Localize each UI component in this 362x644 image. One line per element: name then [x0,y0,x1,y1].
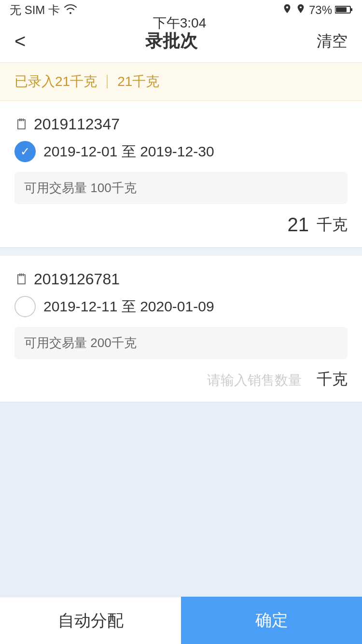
batch1-quantity-row: 21 千克 [0,204,362,248]
section-separator [0,248,362,256]
alarm-icon [295,3,306,17]
batch1-id: 2019112347 [34,115,120,133]
page-title: 录批次 [145,29,197,53]
batch2-header: 🗒 2019126781 [14,270,348,288]
svg-point-0 [300,6,302,8]
batch1-quantity-unit: 千克 [317,214,348,236]
batch-card-2: 🗒 2019126781 2019-12-11 至 2020-01-09 可用交… [0,256,362,359]
batch2-id: 2019126781 [34,270,120,288]
info-value: 21千克 [117,72,159,91]
bottom-bar: 自动分配 确定 [0,597,362,644]
empty-area [0,403,362,605]
batch1-check: ✓ [20,145,30,158]
battery-text: 73% [309,3,332,17]
batch1-date-row: ✓ 2019-12-01 至 2019-12-30 [14,141,348,162]
batch2-unit: 千克 [317,369,348,390]
info-divider [107,75,108,88]
batch2-date-row: 2019-12-11 至 2020-01-09 [14,296,348,317]
batch2-radio[interactable] [14,296,36,317]
batch1-icon: 🗒 [14,116,29,133]
carrier-text: 无 SIM 卡 [10,2,60,18]
batch1-date: 2019-12-01 至 2019-12-30 [43,142,214,162]
batch1-quantity-value: 21 [288,214,309,236]
location-icon [282,3,292,17]
batch2-input-row: 千克 [0,359,362,403]
batch2-quantity-input[interactable] [164,371,309,389]
clear-button[interactable]: 清空 [317,31,348,52]
svg-rect-3 [336,7,347,12]
batch2-date: 2019-12-11 至 2020-01-09 [43,297,214,317]
batch2-available: 可用交易量 200千克 [14,327,348,359]
status-bar: 无 SIM 卡 下午3:04 [0,0,362,20]
auto-distribute-button[interactable]: 自动分配 [0,597,181,644]
confirm-button[interactable]: 确定 [181,597,362,644]
batch-card-1: 🗒 2019112347 ✓ 2019-12-01 至 2019-12-30 可… [0,101,362,204]
back-button[interactable]: < [14,30,26,52]
status-time: 下午3:04 [153,14,207,32]
wifi-icon [64,3,77,17]
info-banner: 已录入21千克 21千克 [0,63,362,101]
batch1-header: 🗒 2019112347 [14,115,348,133]
batch2-icon: 🗒 [14,271,29,288]
status-left: 无 SIM 卡 [10,2,77,18]
status-right: 73% [282,3,352,17]
batch1-radio[interactable]: ✓ [14,141,36,162]
recorded-label: 已录入21千克 [14,72,97,91]
svg-rect-2 [351,8,352,11]
battery-icon [335,3,352,17]
batch1-available: 可用交易量 100千克 [14,172,348,204]
